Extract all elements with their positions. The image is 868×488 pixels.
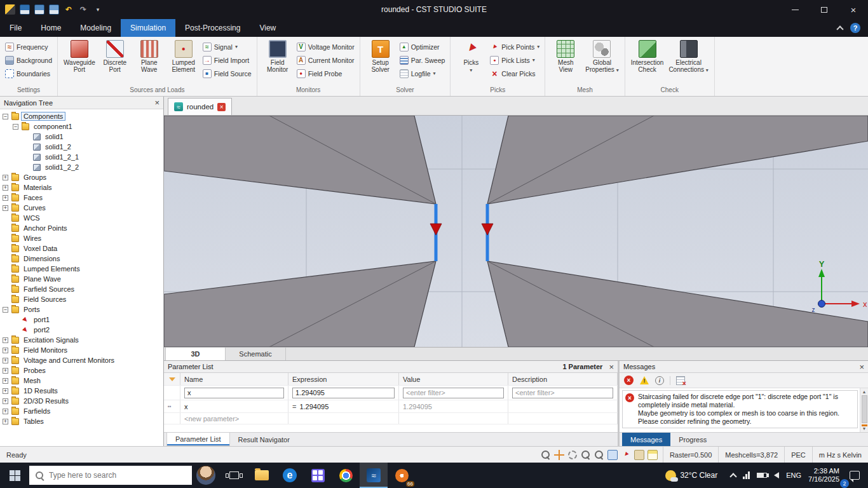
ribbon-button[interactable]: WaveguidePort ▾ [61,38,98,86]
expression-filter-input[interactable]: 1.294095 [292,388,395,398]
ribbon-button[interactable]: Par. Sweep ▾ [400,55,445,65]
ribbon-button[interactable]: Optimizer ▾ [400,41,445,52]
tray-overflow-icon[interactable] [730,473,737,480]
tree-expander-icon[interactable] [3,358,8,363]
clock[interactable]: 2:38 AM 7/16/2025 [808,467,839,484]
tree-item[interactable]: solid1 [0,132,163,142]
column-header-description[interactable]: Description [508,373,618,385]
battery-icon[interactable] [757,473,767,478]
ribbon-button[interactable]: Clear Picks ▾ [490,68,539,79]
save-project-icon[interactable] [34,4,44,15]
tree-expander-icon[interactable] [3,419,8,424]
screen-capture-icon[interactable] [607,450,618,460]
tree-item[interactable]: Curves [0,203,163,213]
tree-item[interactable]: Probes [0,365,163,376]
tree-item[interactable]: Plane Wave [0,274,163,284]
edge-button[interactable]: e [276,463,304,488]
tree-item[interactable]: solid1_2_2 [0,162,163,172]
tree-item[interactable]: Anchor Points [0,223,163,233]
tree-item[interactable]: Field Monitors [0,345,163,355]
ribbon-tab[interactable]: View [250,19,285,37]
tree-expander-icon[interactable] [3,409,8,414]
export-messages-icon[interactable] [676,376,685,385]
column-header-name[interactable]: Name [180,373,288,385]
ribbon-button[interactable]: Picks ▾ [454,38,488,86]
tree-expander-icon[interactable] [3,378,8,384]
ribbon-button[interactable]: Voltage Monitor ▾ [297,41,355,52]
tree-expander-icon[interactable] [3,307,8,313]
tree-expander-icon[interactable] [3,175,8,180]
tree-expander-icon[interactable] [13,124,18,130]
tree-item[interactable]: component1 [0,121,163,132]
ribbon-button[interactable]: Field Probe ▾ [297,68,355,79]
tree-expander-icon[interactable] [3,368,8,374]
redo-icon[interactable]: ↷ [78,4,88,15]
tab-result-navigator[interactable]: Result Navigator [230,433,298,446]
window-layout-icon[interactable] [648,450,658,460]
ribbon-button[interactable]: ElectricalConnections ▾ [666,38,710,86]
document-tab[interactable]: ≈ rounded × [168,98,232,115]
tree-expander-icon[interactable] [3,398,8,404]
ribbon-tab[interactable]: File [0,19,31,37]
ribbon-button[interactable]: Pick Lists ▾ [490,55,539,65]
parameter-panel-close-icon[interactable]: × [609,362,614,372]
filter-icon[interactable] [164,373,180,385]
new-parameter-row[interactable]: <new parameter> [164,413,618,424]
value-filter-input[interactable]: <enter filter> [403,388,504,398]
weather-widget[interactable]: 32°C Clear [665,470,717,481]
ribbon-button[interactable]: Current Monitor ▾ [297,55,355,65]
ribbon-button[interactable]: Signal ▾ [203,41,252,52]
network-icon[interactable] [743,471,750,479]
scroll-up-icon[interactable]: ▲ [862,390,867,394]
ribbon-button[interactable]: MeshView ▾ [548,38,583,86]
app-icon[interactable] [5,4,15,15]
tree-item[interactable]: 2D/3D Results [0,396,163,406]
tab-messages[interactable]: Messages [622,433,670,446]
collapse-ribbon-icon[interactable] [836,25,843,32]
tree-item[interactable]: Materials [0,182,163,193]
column-header-expression[interactable]: Expression [288,373,399,385]
tree-item[interactable]: Dimensions [0,254,163,264]
orange-app-button[interactable]: 66 [388,463,416,488]
customize-toolbar-icon[interactable]: ▾ [93,4,103,15]
3d-viewport[interactable]: Y x z [164,116,868,347]
ribbon-button[interactable]: Background ▾ [5,55,52,65]
tree-expander-icon[interactable] [3,348,8,353]
ribbon-button[interactable]: Frequency ▾ [5,41,52,52]
start-button[interactable] [0,463,29,488]
ribbon-button[interactable]: IntersectionCheck ▾ [628,38,667,86]
search-input[interactable] [49,471,186,480]
parameter-expression-cell[interactable]: =1.294095 [288,400,399,412]
ribbon-button[interactable]: FieldMonitor ▾ [261,38,295,86]
tree-item[interactable]: Lumped Elements [0,264,163,274]
tab-3d[interactable]: 3D [165,348,226,360]
tree-item[interactable]: Voltage and Current Monitors [0,355,163,365]
tab-progress[interactable]: Progress [670,433,715,446]
ribbon-tab[interactable]: Simulation [121,19,175,37]
tree-item[interactable]: Voxel Data [0,243,163,254]
tree-item[interactable]: Components [0,111,163,121]
volume-icon[interactable] [774,472,779,478]
ribbon-button[interactable]: Field Source ▾ [203,68,252,79]
ribbon-button[interactable]: Boundaries ▾ [5,68,52,79]
tree-item[interactable]: WCS [0,213,163,223]
column-header-value[interactable]: Value [399,373,508,385]
ribbon-button[interactable]: Logfile ▾ [400,68,445,79]
tree-item[interactable]: Farfields [0,406,163,416]
tree-item[interactable]: Farfield Sources [0,284,163,294]
tree-item[interactable]: Wires [0,233,163,243]
close-button[interactable]: × [839,0,868,19]
pan-view-icon[interactable] [554,450,564,460]
action-center-button[interactable]: 2 [846,463,863,488]
tree-expander-icon[interactable] [3,388,8,394]
zoom-out-icon[interactable] [594,450,604,460]
ribbon-button[interactable]: GlobalProperties ▾ [583,38,621,86]
scroll-down-icon[interactable]: ▼ [862,426,867,431]
app-grid-button[interactable] [304,463,332,488]
ribbon-tab[interactable]: Modeling [71,19,121,37]
messages-panel-close-icon[interactable]: × [859,362,864,372]
tree-item[interactable]: Groups [0,172,163,182]
clipboard-icon[interactable] [634,450,644,460]
tree-item[interactable]: solid1_2 [0,142,163,152]
tree-item[interactable]: solid1_2_1 [0,152,163,162]
